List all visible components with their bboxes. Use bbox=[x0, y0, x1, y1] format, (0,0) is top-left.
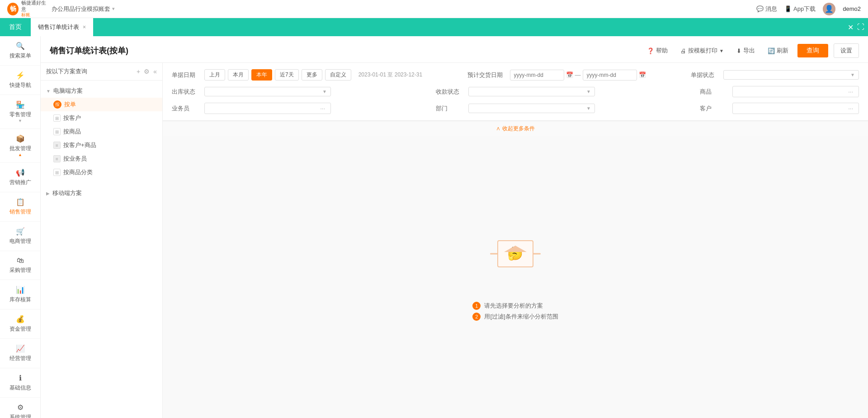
maximize-window-btn[interactable]: ⛶ bbox=[857, 23, 864, 31]
sidebar-item-search-menu[interactable]: 🔍 搜索菜单 bbox=[0, 36, 40, 66]
refresh-btn[interactable]: 🔄 刷新 bbox=[764, 45, 792, 57]
product-more-icon[interactable]: ··· bbox=[846, 88, 855, 95]
sidebar-item-label: 销售管理 bbox=[9, 208, 31, 216]
sidebar-item-finance[interactable]: 💰 资金管理 bbox=[0, 309, 40, 339]
setting-btn[interactable]: 设置 bbox=[834, 43, 859, 58]
sidebar-item-inventory[interactable]: 📊 库存核算 bbox=[0, 280, 40, 309]
tree-child-by-cust-prod[interactable]: ≡ 按客户+商品 bbox=[41, 138, 162, 152]
content-area: 销售订单统计表(按单) ❓ 帮助 🖨 按模板打印 ▼ ⬇ 导出 🔄 刷新 bbox=[41, 36, 868, 418]
tab-sales-order[interactable]: 销售订单统计表 × bbox=[31, 18, 93, 36]
help-btn[interactable]: ❓ 帮助 bbox=[643, 45, 671, 57]
query-btn[interactable]: 查询 bbox=[797, 44, 828, 57]
calendar-start-icon[interactable]: 📅 bbox=[566, 71, 573, 78]
tree-child-by-category[interactable]: ⊞ 按商品分类 bbox=[41, 166, 162, 179]
print-icon: 🖨 bbox=[680, 48, 686, 54]
expected-date-inputs: 📅 — 📅 bbox=[510, 70, 646, 81]
tree-parent-mobile[interactable]: ▶ 移动端方案 bbox=[41, 186, 162, 200]
tree-child-by-product[interactable]: ⊞ 按商品 bbox=[41, 125, 162, 138]
message-icon: 💬 bbox=[756, 5, 764, 12]
salesperson-more-icon[interactable]: ··· bbox=[318, 105, 327, 112]
logo-text: 畅捷通好生意 标账 bbox=[21, 0, 48, 17]
purchase-icon: 🛍 bbox=[17, 256, 24, 265]
solution-actions: + ⚙ « bbox=[137, 68, 157, 75]
collapse-icon: ▲ bbox=[18, 152, 22, 157]
shipment-select[interactable]: ▼ bbox=[204, 87, 331, 96]
status-chevron-icon: ▼ bbox=[850, 72, 855, 77]
customer-input[interactable]: ··· bbox=[732, 103, 859, 114]
by-order-icon: 按 bbox=[53, 100, 61, 109]
last-7days-btn[interactable]: 近7天 bbox=[275, 69, 299, 81]
username: demo2 bbox=[843, 5, 861, 12]
logo-area: 畅 畅捷通好生意 标账 bbox=[7, 0, 48, 17]
collapse-bar[interactable]: ∧ 收起更多条件 bbox=[163, 121, 868, 136]
tab-bar: 首页 销售订单统计表 × ✕ ⛶ bbox=[0, 18, 868, 36]
sidebar-item-label: 营销推广 bbox=[9, 179, 31, 186]
hint-step-2: 2 用[过滤]条件来缩小分析范围 bbox=[472, 313, 558, 321]
tree-expand-icon: ▼ bbox=[46, 89, 51, 94]
status-select[interactable]: ▼ bbox=[723, 70, 859, 80]
app-title[interactable]: 办公用品行业模拟账套 ▾ bbox=[48, 5, 756, 13]
product-label: 商品 bbox=[700, 88, 725, 96]
tab-home[interactable]: 首页 bbox=[0, 18, 31, 36]
tree-parent-pc[interactable]: ▼ 电脑端方案 bbox=[41, 84, 162, 98]
sidebar-item-basics[interactable]: ℹ 基础信息 bbox=[0, 368, 40, 398]
more-date-btn[interactable]: 更多 bbox=[302, 69, 322, 81]
date-sep: — bbox=[575, 71, 581, 78]
page-header: 销售订单统计表(按单) ❓ 帮助 🖨 按模板打印 ▼ ⬇ 导出 🔄 刷新 bbox=[41, 36, 868, 63]
dropdown-arrow-icon[interactable]: ▾ bbox=[112, 6, 115, 12]
payment-select[interactable]: ▼ bbox=[468, 87, 595, 96]
date-range-text: 2023-01-01 至 2023-12-31 bbox=[359, 71, 422, 79]
sidebar-item-label: 采购管理 bbox=[9, 266, 31, 274]
hint-step-1: 1 请先选择要分析的方案 bbox=[472, 302, 558, 310]
sidebar-item-purchase[interactable]: 🛍 采购管理 bbox=[0, 251, 40, 280]
sidebar-item-operations[interactable]: 📈 经营管理 bbox=[0, 339, 40, 368]
by-customer-icon: ⊞ bbox=[53, 114, 61, 122]
last-month-btn[interactable]: 上月 bbox=[204, 69, 225, 81]
tree-section-mobile: ▶ 移动端方案 bbox=[41, 183, 162, 204]
sidebar-item-marketing[interactable]: 📢 营销推广 bbox=[0, 163, 40, 192]
customer-more-icon[interactable]: ··· bbox=[846, 105, 855, 112]
sidebar-item-system[interactable]: ⚙ 系统管理 bbox=[0, 398, 40, 418]
filter-row-2: 出库状态 ▼ 收款状态 ▼ 商品 bbox=[172, 86, 859, 97]
this-month-btn[interactable]: 本月 bbox=[228, 69, 249, 81]
collapse-solution-btn[interactable]: « bbox=[153, 68, 157, 75]
expected-date-start[interactable] bbox=[510, 70, 564, 81]
custom-date-btn[interactable]: 自定义 bbox=[325, 69, 351, 81]
avatar[interactable]: 👤 bbox=[823, 3, 835, 15]
export-btn[interactable]: ⬇ 导出 bbox=[733, 45, 759, 57]
page-actions: ❓ 帮助 🖨 按模板打印 ▼ ⬇ 导出 🔄 刷新 查询 设置 bbox=[643, 43, 859, 58]
app-download-btn[interactable]: 📱 App下载 bbox=[784, 5, 816, 13]
tab-close-icon[interactable]: × bbox=[83, 24, 86, 30]
tree-child-by-order[interactable]: 按 按单 bbox=[41, 98, 162, 111]
sidebar-item-wholesale[interactable]: 📦 批发管理 ▲ bbox=[0, 129, 40, 163]
wholesale-icon: 📦 bbox=[16, 134, 25, 143]
settings-solution-btn[interactable]: ⚙ bbox=[144, 68, 150, 75]
tree-child-by-customer[interactable]: ⊞ 按客户 bbox=[41, 111, 162, 125]
calendar-end-icon[interactable]: 📅 bbox=[639, 71, 646, 78]
salesperson-input[interactable]: ··· bbox=[204, 103, 331, 114]
tab-bar-actions: ✕ ⛶ bbox=[848, 23, 868, 32]
sidebar-item-label: 经营管理 bbox=[9, 355, 31, 362]
sidebar-item-sales[interactable]: 📋 销售管理 bbox=[0, 192, 40, 222]
message-btn[interactable]: 💬 消息 bbox=[756, 5, 777, 13]
product-input[interactable]: ··· bbox=[732, 86, 859, 97]
sidebar-item-label: 批发管理 bbox=[9, 145, 31, 152]
tree-child-by-salesperson[interactable]: ≡ 按业务员 bbox=[41, 152, 162, 166]
empty-illustration: 🤔 bbox=[488, 240, 542, 294]
sidebar-item-ecommerce[interactable]: 🛒 电商管理 bbox=[0, 222, 40, 251]
sidebar-item-retail[interactable]: 🏪 零售管理 ▼ bbox=[0, 95, 40, 129]
add-solution-btn[interactable]: + bbox=[137, 68, 140, 75]
sidebar-item-quick-nav[interactable]: ⚡ 快捷导航 bbox=[0, 66, 40, 95]
close-window-btn[interactable]: ✕ bbox=[848, 23, 854, 32]
filter-row-3: 业务员 ··· 部门 ▼ 客户 bbox=[172, 103, 859, 114]
solution-panel: 按以下方案查询 + ⚙ « ▼ 电脑端方案 按 按单 bbox=[41, 63, 163, 418]
payment-label: 收款状态 bbox=[436, 88, 461, 96]
department-select[interactable]: ▼ bbox=[468, 104, 595, 113]
sidebar-item-label: 快捷导航 bbox=[9, 81, 31, 89]
sidebar-item-label: 搜索菜单 bbox=[9, 52, 31, 60]
below-tabs: 按以下方案查询 + ⚙ « ▼ 电脑端方案 按 按单 bbox=[41, 63, 868, 418]
by-salesperson-icon: ≡ bbox=[53, 155, 61, 162]
this-year-btn[interactable]: 本年 bbox=[251, 69, 272, 81]
expected-date-end[interactable] bbox=[583, 70, 637, 81]
template-print-btn[interactable]: 🖨 按模板打印 ▼ bbox=[677, 45, 727, 57]
